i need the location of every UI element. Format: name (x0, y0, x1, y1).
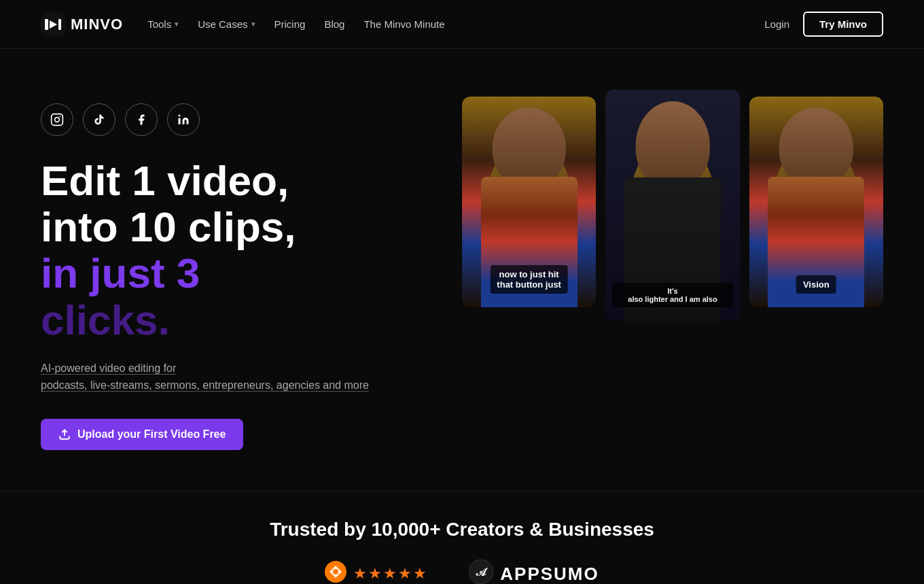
video-caption-1: now to just hitthat button just (490, 265, 568, 294)
svg-point-11 (333, 569, 338, 574)
nav-pricing[interactable]: Pricing (274, 18, 306, 30)
video-thumb-2: It'salso lighter and I am also (605, 90, 739, 321)
upload-button[interactable]: Upload your First Video Free (41, 419, 243, 450)
trusted-section: Trusted by 10,000+ Creators & Businesses… (0, 491, 924, 584)
nav-blog[interactable]: Blog (324, 18, 344, 30)
video-caption-3: Vision (796, 275, 836, 294)
social-icons (41, 103, 435, 136)
capterra-stars: ★★★★★ (353, 565, 428, 583)
login-link[interactable]: Login (764, 18, 789, 30)
tiktok-icon[interactable] (83, 103, 116, 136)
svg-rect-7 (179, 118, 181, 124)
svg-point-8 (179, 115, 181, 117)
logo-text: MINVO (71, 16, 123, 33)
nav-tools[interactable]: Tools ▾ (147, 18, 179, 30)
capterra-icon (325, 561, 346, 584)
upload-icon (58, 428, 71, 441)
navbar: MINVO Tools ▾ Use Cases ▾ Pricing (0, 0, 924, 49)
nav-minvo-minute[interactable]: The Minvo Minute (363, 18, 444, 30)
linkedin-icon[interactable] (167, 103, 200, 136)
hero-videos: now to just hitthat button just It'salso… (462, 90, 883, 321)
appsumo-logo: 𝒜 APPSUMO (469, 560, 599, 584)
trusted-logos: ★★★★★ 𝒜 APPSUMO (41, 560, 883, 584)
nav-right: Login Try Minvo (764, 12, 883, 37)
appsumo-icon: 𝒜 (469, 560, 493, 584)
capterra-logo: ★★★★★ (325, 561, 428, 584)
svg-rect-1 (45, 19, 48, 30)
svg-rect-3 (58, 19, 61, 30)
hero-subtext: AI-powered video editing for podcasts, l… (41, 360, 435, 394)
video-thumb-3: Vision (749, 97, 883, 307)
chevron-down-icon: ▾ (175, 20, 179, 29)
appsumo-text: APPSUMO (500, 564, 599, 584)
try-button[interactable]: Try Minvo (803, 12, 883, 37)
nav-use-cases[interactable]: Use Cases ▾ (198, 18, 255, 30)
video-thumb-1: now to just hitthat button just (462, 97, 596, 307)
logo[interactable]: MINVO (41, 12, 123, 37)
nav-links: Tools ▾ Use Cases ▾ Pricing Blog (147, 18, 445, 30)
instagram-icon[interactable] (41, 103, 73, 136)
trusted-title: Trusted by 10,000+ Creators & Businesses (41, 519, 883, 540)
video-caption-2: It'salso lighter and I am also (612, 283, 733, 307)
hero-left: Edit 1 video, into 10 clips, in just 3 c… (41, 90, 435, 450)
nav-left: MINVO Tools ▾ Use Cases ▾ Pricing (41, 12, 445, 37)
hero-section: Edit 1 video, into 10 clips, in just 3 c… (0, 49, 924, 477)
facebook-icon[interactable] (125, 103, 158, 136)
hero-headline: Edit 1 video, into 10 clips, in just 3 c… (41, 158, 435, 343)
chevron-down-icon: ▾ (251, 20, 255, 29)
svg-rect-4 (52, 114, 63, 126)
svg-point-5 (55, 118, 60, 122)
svg-point-6 (60, 116, 61, 118)
